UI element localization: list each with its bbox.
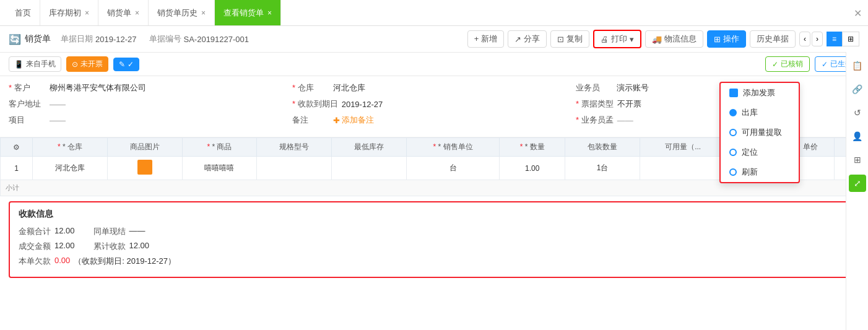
col-settings[interactable]: ⚙	[1, 138, 33, 157]
doc-date-value: 2019-12-27	[95, 35, 137, 44]
outbound-label: 出库	[742, 107, 758, 118]
ticket-group: 票据类型 不开票	[576, 98, 859, 110]
logistics-button[interactable]: 🚚 物流信息	[645, 30, 703, 48]
edit-icon: ✎	[119, 60, 125, 69]
operation-icon: ⊞	[714, 35, 721, 44]
payment-row-1: 金额合计 12.00 同单现结 ——	[19, 226, 849, 237]
doc-date-group: 单据日期 2019-12-27	[61, 33, 137, 45]
complete-icon: ✓	[128, 60, 134, 69]
row-pkg-qty: 1台	[565, 157, 640, 180]
not-opened-button[interactable]: ⊙ 未开票	[66, 56, 108, 72]
tab-sales-order-close[interactable]: ×	[135, 9, 139, 17]
add-note-label: 添加备注	[342, 115, 374, 126]
locate-item[interactable]: 定位	[721, 142, 799, 162]
warehouse-group: 仓库 河北仓库	[292, 82, 576, 93]
copy-button-label: 复制	[566, 33, 583, 45]
sidebar-link-icon[interactable]: 🔗	[849, 80, 866, 98]
view-grid-button[interactable]: ⊞	[842, 32, 859, 46]
tab-home-label: 首页	[15, 7, 31, 19]
due-date-value: 2019-12-27	[342, 100, 383, 109]
view-toggle: ≡ ⊞	[827, 32, 859, 46]
refresh-item[interactable]: 刷新	[721, 162, 799, 182]
share-button[interactable]: ↗ 分享	[508, 30, 547, 48]
tab-home[interactable]: 首页	[6, 0, 40, 25]
logistics-icon: 🚚	[652, 35, 662, 44]
operation-dropdown: 添加发票 出库 可用量提取 定位 刷新	[719, 82, 800, 183]
print-dropdown-arrow[interactable]: ▾	[630, 35, 634, 44]
project-group: 项目 ——	[9, 115, 292, 126]
tab-sales-history-close[interactable]: ×	[201, 9, 206, 17]
tab-view-sales-close[interactable]: ×	[267, 9, 272, 17]
accumulated-item: 累计收款 12.00	[93, 241, 150, 252]
doc-header: 🔄 销货单 单据日期 2019-12-27 单据编号 SA-20191227-0…	[0, 26, 868, 53]
edit-button[interactable]: ✎ ✓	[113, 58, 139, 71]
salesman-value: ——	[617, 116, 633, 125]
col-spec: 规格型号	[257, 138, 332, 157]
customer-group: 客户 柳州粤港平安气体有限公司	[9, 82, 292, 93]
print-icon: 🖨	[601, 35, 609, 44]
sidebar-doc-icon[interactable]: 📋	[849, 57, 866, 74]
tab-sales-order[interactable]: 销货单 ×	[98, 0, 149, 25]
tab-inventory-init-label: 库存期初	[49, 7, 81, 19]
main-content: 🔄 销货单 单据日期 2019-12-27 单据编号 SA-20191227-0…	[0, 26, 868, 330]
sidebar-grid-icon[interactable]: ⊞	[849, 151, 866, 168]
next-button[interactable]: ›	[812, 32, 823, 46]
total-amount-value: 12.00	[54, 226, 75, 237]
settings-icon: ⚙	[13, 143, 20, 152]
due-date-group: 收款到期日 2019-12-27	[292, 98, 576, 110]
print-button[interactable]: 🖨 打印 ▾	[593, 30, 641, 48]
transaction-label: 成交金额	[19, 241, 51, 252]
staff-value: 演示账号	[617, 82, 649, 93]
balance-note: （收款到期日: 2019-12-27）	[74, 256, 176, 267]
history-button-label: 历史单据	[757, 33, 789, 45]
staff-group: 业务员 演示账号	[576, 82, 859, 93]
sidebar-user-icon[interactable]: 👤	[849, 128, 866, 145]
tab-inventory-init-close[interactable]: ×	[85, 9, 89, 17]
warehouse-label: 仓库	[292, 82, 329, 93]
row-qty: 1.00	[500, 157, 565, 180]
project-label: 项目	[9, 115, 46, 126]
logistics-button-label: 物流信息	[664, 33, 697, 45]
refresh-icon	[729, 168, 737, 176]
doc-title-text: 销货单	[25, 33, 51, 45]
operation-button-label: 操作	[723, 33, 739, 45]
history-button[interactable]: 历史单据	[750, 30, 796, 48]
doc-number-group: 单据编号 SA-20191227-001	[149, 33, 250, 45]
tab-sales-history[interactable]: 销货单历史 ×	[149, 0, 215, 25]
note-group: 备注 添加备注	[292, 115, 576, 126]
copy-button[interactable]: ⊡ 复制	[550, 30, 589, 48]
note-label: 备注	[292, 115, 329, 126]
available-extract-item[interactable]: 可用量提取	[721, 123, 799, 142]
tab-inventory-init[interactable]: 库存期初 ×	[40, 0, 98, 25]
view-list-button[interactable]: ≡	[827, 32, 842, 46]
transaction-item: 成交金额 12.00	[19, 241, 75, 252]
accumulated-label: 累计收款	[93, 241, 126, 252]
staff-label: 业务员	[576, 82, 613, 93]
window-close-button[interactable]: ✕	[854, 7, 862, 19]
doc-icon: 🔄	[9, 33, 21, 45]
col-pkg-qty: 包装数量	[565, 138, 640, 157]
copy-icon: ⊡	[557, 35, 564, 44]
refresh-label: 刷新	[742, 167, 758, 178]
sidebar-refresh-icon[interactable]: ↺	[849, 104, 866, 121]
prev-button[interactable]: ‹	[799, 32, 810, 46]
accumulated-value: 12.00	[129, 241, 150, 252]
same-order-label: 同单现结	[93, 226, 126, 237]
outbound-item[interactable]: 出库	[721, 103, 799, 123]
tab-view-sales[interactable]: 查看销货单 ×	[215, 0, 281, 25]
operation-button[interactable]: ⊞ 操作	[707, 30, 746, 48]
col-qty: * 数量	[500, 138, 565, 157]
already-cancelled-badge[interactable]: ✓ 已核销	[765, 56, 810, 72]
add-note-button[interactable]: 添加备注	[333, 115, 374, 126]
new-button[interactable]: + 新增	[467, 30, 504, 48]
product-thumbnail	[137, 160, 152, 175]
ticket-label: 票据类型	[576, 98, 614, 110]
from-phone-button[interactable]: 📱 来自手机	[9, 56, 61, 72]
doc-title: 🔄 销货单	[9, 33, 51, 45]
salesman-label: 业务员孟	[576, 115, 614, 126]
row-product: 嘻嘻嘻嘻	[182, 157, 257, 180]
sidebar-expand-icon[interactable]: ⤢	[849, 175, 866, 192]
add-invoice-item[interactable]: 添加发票	[721, 83, 799, 103]
transaction-value: 12.00	[54, 241, 75, 252]
row-image	[107, 157, 182, 180]
